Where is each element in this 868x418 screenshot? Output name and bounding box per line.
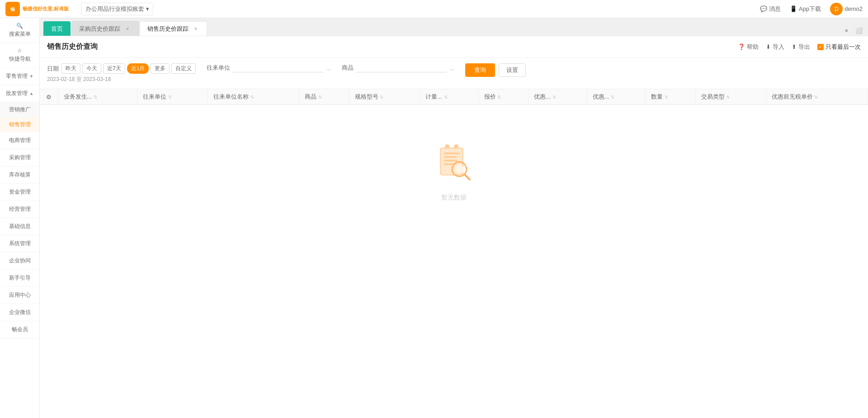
goods-input[interactable]: [356, 63, 447, 72]
sort-icon: ⇅: [497, 95, 501, 100]
sort-icon: ⇅: [168, 95, 172, 100]
sidebar-sales-label: 销售管理: [9, 121, 31, 128]
only-last-checkbox[interactable]: ✓ 只看最后一次: [817, 43, 861, 51]
col-partner-code[interactable]: 往来单位 ⇅: [137, 89, 208, 105]
sidebar-item-inventory[interactable]: 库存核算: [0, 166, 39, 184]
sidebar-inventory-label: 库存核算: [9, 171, 31, 179]
partner-input[interactable]: [233, 63, 323, 72]
date-filter-row1: 日期 昨天 今天 近7天 近1月 更多 自定义: [47, 63, 196, 74]
svg-line-9: [464, 174, 470, 180]
col-partner-name[interactable]: 往来单位名称 ⇅: [208, 89, 299, 105]
sidebar-item-quicknav[interactable]: ☆ 快捷导航: [0, 43, 39, 68]
query-button[interactable]: 查询: [465, 63, 495, 77]
sidebar-item-retail[interactable]: 零售管理 ▼: [0, 68, 39, 85]
tab-sales-label: 销售历史价跟踪: [147, 25, 189, 33]
col-discount1[interactable]: 优惠... ⇅: [528, 89, 587, 105]
col-partner-name-label: 往来单位名称: [213, 93, 249, 100]
partner-dots[interactable]: ...: [326, 65, 331, 71]
sidebar-item-system[interactable]: 系统管理: [0, 235, 39, 252]
sidebar-item-finance[interactable]: 资金管理: [0, 184, 39, 201]
sidebar-ecommerce-label: 电商管理: [9, 137, 31, 144]
sort-icon: ⇅: [94, 95, 97, 100]
app-download-label: App下载: [799, 5, 821, 13]
sidebar-item-newbie[interactable]: 新手引导: [0, 270, 39, 287]
svg-rect-5: [444, 160, 458, 162]
app-selector[interactable]: 办公用品行业模拟账套 ▾: [81, 3, 153, 15]
col-unit[interactable]: 计量... ⇅: [420, 89, 479, 105]
chevron-down-icon: ▾: [146, 5, 149, 12]
app-download-button[interactable]: 📱 App下载: [790, 5, 821, 13]
sort-icon: ⇅: [665, 95, 668, 100]
last1m-btn[interactable]: 近1月: [127, 63, 149, 74]
sidebar-item-member[interactable]: 畅会员: [0, 321, 39, 338]
tab-bar: 首页 采购历史价跟踪 × 销售历史价跟踪 × × ⬜: [40, 18, 868, 36]
sidebar-item-wholesale[interactable]: 批发管理 ▲: [0, 85, 39, 102]
sidebar-item-wechat[interactable]: 企业微信: [0, 304, 39, 321]
col-trade-type[interactable]: 交易类型 ⇅: [695, 89, 766, 105]
yesterday-btn[interactable]: 昨天: [61, 63, 80, 74]
sidebar-search-label: 搜索菜单: [9, 30, 31, 38]
sort-icon: ⇅: [318, 95, 322, 100]
tab-bar-right: × ⬜: [843, 25, 864, 36]
date-range-text: 2023-02-18 至 2023-03-18: [47, 76, 111, 83]
header-right: 💬 消息 📱 App下载 D demo2: [760, 3, 863, 15]
filter-actions: 查询 设置: [465, 63, 526, 77]
chevron-down-icon: ▼: [29, 74, 34, 79]
date-range-row: 2023-02-18 至 2023-03-18: [47, 76, 196, 83]
sort-icon: ⇅: [726, 95, 730, 100]
help-label: 帮助: [747, 43, 759, 51]
sidebar-item-marketing[interactable]: 营销推广: [0, 102, 39, 117]
tab-sales-close[interactable]: ×: [192, 25, 199, 33]
window-maximize-icon[interactable]: ⬜: [854, 25, 864, 36]
user-area[interactable]: D demo2: [830, 3, 863, 15]
more-btn[interactable]: 更多: [151, 63, 170, 74]
search-icon: 🔍: [16, 23, 23, 29]
help-button[interactable]: ❓ 帮助: [738, 43, 759, 51]
goods-filter-col: 商品 ...: [342, 63, 454, 72]
message-button[interactable]: 💬 消息: [760, 5, 781, 13]
message-label: 消息: [769, 5, 781, 13]
sidebar-item-basic[interactable]: 基础信息: [0, 218, 39, 235]
empty-illustration: [431, 141, 476, 186]
window-close-icon[interactable]: ×: [843, 25, 850, 36]
col-pretax-price[interactable]: 优惠前无税单价 ⇅: [766, 89, 868, 105]
sidebar-item-sales[interactable]: 销售管理: [0, 117, 39, 132]
today-btn[interactable]: 今天: [82, 63, 101, 74]
partner-label: 往来单位: [207, 64, 230, 72]
col-settings[interactable]: ⚙: [40, 89, 58, 105]
import-button[interactable]: ⬇ 导入: [766, 43, 784, 51]
sidebar-operation-label: 经营管理: [9, 205, 31, 213]
sidebar-member-label: 畅会员: [12, 326, 28, 333]
sidebar-item-operation[interactable]: 经营管理: [0, 201, 39, 218]
sidebar-marketing-label: 营销推广: [9, 106, 31, 113]
last7-btn[interactable]: 近7天: [103, 63, 125, 74]
export-button[interactable]: ⬆ 导出: [792, 43, 810, 51]
tab-sales-history[interactable]: 销售历史价跟踪 ×: [140, 21, 207, 36]
svg-rect-4: [444, 156, 457, 158]
col-discount2[interactable]: 优惠... ⇅: [587, 89, 646, 105]
sort-icon: ⇅: [814, 95, 818, 100]
col-goods-label: 商品: [305, 93, 316, 100]
sidebar-item-purchase[interactable]: 采购管理: [0, 149, 39, 166]
sidebar-item-search[interactable]: 🔍 搜索菜单: [0, 18, 39, 43]
settings-button[interactable]: 设置: [499, 63, 526, 77]
sidebar-item-cooperation[interactable]: 企业协同: [0, 252, 39, 270]
tab-purchase-close[interactable]: ×: [124, 25, 131, 33]
col-biz-date[interactable]: 业务发生... ⇅: [58, 89, 137, 105]
tab-home[interactable]: 首页: [43, 21, 71, 36]
col-spec-label: 规格型号: [355, 93, 378, 100]
sidebar-item-ecommerce[interactable]: 电商管理: [0, 132, 39, 149]
custom-btn[interactable]: 自定义: [171, 63, 196, 74]
col-goods[interactable]: 商品 ⇅: [299, 89, 349, 105]
sidebar-item-apps[interactable]: 应用中心: [0, 287, 39, 304]
filter-main-row: 日期 昨天 今天 近7天 近1月 更多 自定义 2023-02-18: [47, 63, 526, 83]
svg-point-10: [445, 144, 449, 149]
user-name: demo2: [844, 5, 863, 12]
page-title: 销售历史价查询: [47, 42, 98, 52]
col-price[interactable]: 报价 ⇅: [478, 89, 528, 105]
goods-dots[interactable]: ...: [449, 65, 454, 71]
tab-purchase-history[interactable]: 采购历史价跟踪 ×: [71, 21, 139, 36]
col-spec[interactable]: 规格型号 ⇅: [349, 89, 420, 105]
col-quantity[interactable]: 数量 ⇅: [646, 89, 695, 105]
logo-text: 畅捷信好生意,标准版: [23, 5, 69, 12]
